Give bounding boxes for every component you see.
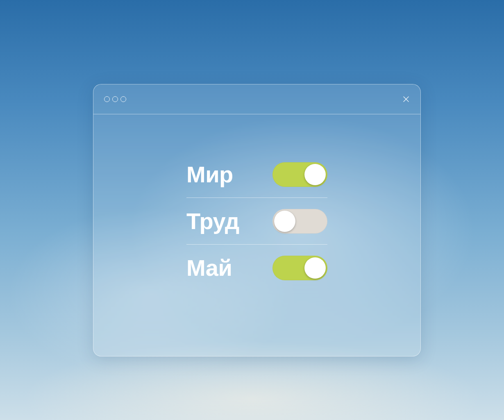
toggle-knob	[304, 164, 326, 185]
toggle-trud[interactable]	[272, 209, 327, 234]
settings-window: Мир Труд Май	[93, 84, 421, 356]
close-button[interactable]	[402, 95, 410, 103]
window-control-zoom[interactable]	[120, 96, 126, 102]
setting-label: Мир	[186, 161, 233, 188]
window-controls	[104, 96, 126, 102]
window-control-minimize[interactable]	[112, 96, 118, 102]
toggle-knob	[274, 211, 295, 232]
window-control-close[interactable]	[104, 96, 110, 102]
titlebar	[93, 84, 420, 114]
toggle-mir[interactable]	[272, 162, 327, 187]
setting-label: Май	[186, 254, 232, 281]
setting-label: Труд	[186, 208, 239, 234]
setting-row-may: Май	[186, 245, 327, 291]
toggle-knob	[304, 257, 326, 279]
settings-list: Мир Труд Май	[93, 114, 420, 291]
toggle-may[interactable]	[272, 256, 327, 280]
setting-row-trud: Труд	[186, 198, 327, 244]
setting-row-mir: Мир	[186, 151, 327, 198]
close-icon	[403, 96, 409, 102]
